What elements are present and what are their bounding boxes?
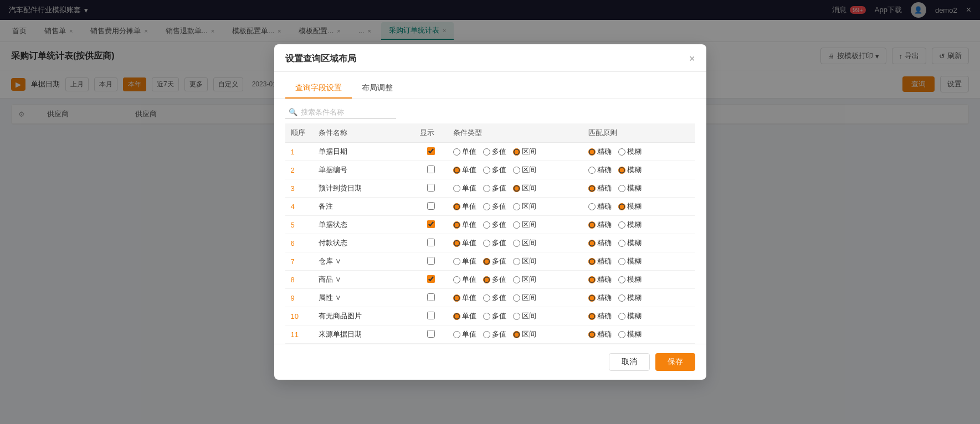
modal-overlay: 设置查询区域布局 × 查询字段设置 布局调整 🔍 顺序 <box>0 0 980 130</box>
dialog-tab-layout-label: 布局调整 <box>362 83 393 92</box>
dialog-tab-layout[interactable]: 布局调整 <box>352 79 403 99</box>
dialog-title: 设置查询区域布局 <box>285 53 356 65</box>
col-header-display: 显示 <box>414 123 448 130</box>
settings-dialog: 设置查询区域布局 × 查询字段设置 布局调整 🔍 顺序 <box>274 44 706 130</box>
config-table: 顺序 条件名称 显示 条件类型 匹配原则 1 单据日期 <box>274 123 706 130</box>
search-input[interactable] <box>301 108 389 116</box>
col-header-name: 条件名称 <box>313 123 414 130</box>
dialog-header: 设置查询区域布局 × <box>274 44 706 72</box>
dialog-tab-query-fields[interactable]: 查询字段设置 <box>285 79 352 99</box>
dialog-search-area: 🔍 <box>274 99 706 123</box>
search-icon: 🔍 <box>289 108 297 116</box>
dialog-tab-query-fields-label: 查询字段设置 <box>295 83 342 92</box>
dialog-tabs: 查询字段设置 布局调整 <box>274 72 706 99</box>
search-box: 🔍 <box>285 106 396 119</box>
col-header-type: 条件类型 <box>448 123 582 130</box>
dialog-close-button[interactable]: × <box>689 53 695 65</box>
col-header-match: 匹配原则 <box>583 123 695 130</box>
col-header-order: 顺序 <box>285 123 314 130</box>
